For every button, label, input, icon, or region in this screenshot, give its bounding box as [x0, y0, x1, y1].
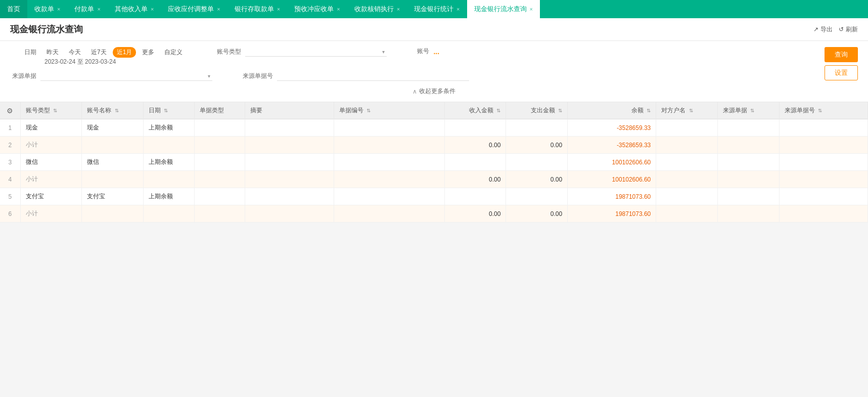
date-opt-1month[interactable]: 近1月 [113, 47, 136, 58]
date-opt-more[interactable]: 更多 [138, 47, 158, 58]
sort-income-icon[interactable]: ⇅ [496, 108, 500, 113]
col-counterparty: 对方户名 ⇅ [656, 102, 718, 119]
col-source-doc-no: 来源单据号 ⇅ [779, 102, 867, 119]
sort-source-doc-icon[interactable]: ⇅ [750, 108, 754, 113]
nav-bank-flow-close[interactable]: × [530, 6, 533, 12]
nav-advance[interactable]: 预收冲应收单 × [287, 0, 347, 18]
nav-other-income-close[interactable]: × [151, 6, 154, 12]
header-actions: ↗ 导出 ↺ 刷新 [813, 25, 858, 34]
nav-bank-deposit-label: 银行存取款单 [235, 5, 274, 14]
table-area: ⚙ 账号类型 ⇅ 账号名称 ⇅ 日期 ⇅ 单据类型 摘要 [0, 102, 868, 223]
cell-summary [245, 205, 334, 223]
refresh-button[interactable]: ↺ 刷新 [839, 25, 858, 34]
settings-gear-icon[interactable]: ⚙ [7, 107, 13, 115]
cell-doc-type [194, 205, 245, 223]
cell-summary [245, 119, 334, 137]
nav-collection[interactable]: 收款核销执行 × [347, 0, 407, 18]
source-doc-no-input[interactable] [277, 71, 469, 81]
cell-account-type: 支付宝 [20, 188, 82, 205]
nav-receipt[interactable]: 收款单 × [27, 0, 67, 18]
col-date: 日期 ⇅ [143, 102, 194, 119]
nav-receipt-close[interactable]: × [57, 6, 60, 12]
nav-bank-flow-label: 现金银行流水查询 [474, 5, 527, 14]
table-row: 4 小计 0.00 0.00 100102606.60 [0, 171, 868, 188]
filter-area: 日期 昨天 今天 近7天 近1月 更多 自定义 2023-02-24 至 202… [0, 41, 868, 102]
sort-account-type-icon[interactable]: ⇅ [53, 108, 57, 113]
nav-payment-label: 付款单 [74, 5, 94, 14]
settings-button[interactable]: 设置 [825, 65, 858, 80]
cell-doc-no [334, 205, 444, 223]
nav-payment[interactable]: 付款单 × [67, 0, 107, 18]
nav-other-income[interactable]: 其他收入单 × [108, 0, 161, 18]
sort-expense-icon[interactable]: ⇅ [558, 108, 562, 113]
refresh-label: 刷新 [846, 25, 858, 34]
cell-balance: -3528659.33 [568, 119, 656, 137]
nav-collection-close[interactable]: × [397, 6, 400, 12]
page-title: 现金银行流水查询 [10, 23, 83, 35]
date-opt-custom[interactable]: 自定义 [160, 47, 187, 58]
col-income: 收入金额 ⇅ [444, 102, 506, 119]
table-row: 3 微信 微信 上期余额 100102606.60 [0, 154, 868, 171]
col-settings[interactable]: ⚙ [0, 102, 20, 119]
sort-date-icon[interactable]: ⇅ [164, 108, 168, 113]
cell-account-name [82, 171, 144, 188]
col-balance: 余额 ⇅ [568, 102, 656, 119]
sort-doc-no-icon[interactable]: ⇅ [367, 108, 371, 113]
cell-index: 4 [0, 171, 20, 188]
account-dots-button[interactable]: ... [433, 48, 439, 56]
nav-advance-label: 预收冲应收单 [294, 5, 334, 14]
cell-date: 上期余额 [143, 119, 194, 137]
export-button[interactable]: ↗ 导出 [813, 25, 833, 34]
nav-bank-stats-close[interactable]: × [456, 6, 460, 12]
date-opt-today[interactable]: 今天 [65, 47, 85, 58]
date-options: 昨天 今天 近7天 近1月 更多 自定义 [42, 47, 187, 58]
cell-balance: 19871073.60 [568, 205, 656, 223]
cell-index: 1 [0, 119, 20, 137]
date-label: 日期 [10, 48, 40, 57]
cell-summary [245, 137, 334, 154]
cell-source-doc [717, 137, 779, 154]
cell-doc-type [194, 188, 245, 205]
cell-source-doc [717, 154, 779, 171]
nav-home[interactable]: 首页 [0, 0, 27, 18]
cell-doc-type [194, 119, 245, 137]
cell-doc-no [334, 171, 444, 188]
nav-advance-close[interactable]: × [337, 6, 340, 12]
source-doc-no-label: 来源单据号 [243, 72, 277, 80]
cell-doc-type [194, 137, 245, 154]
sort-counterparty-icon[interactable]: ⇅ [689, 108, 693, 113]
cell-summary [245, 154, 334, 171]
nav-bank-flow[interactable]: 现金银行流水查询 × [467, 0, 540, 18]
col-account-type: 账号类型 ⇅ [20, 102, 82, 119]
cell-account-type: 微信 [20, 154, 82, 171]
sort-account-name-icon[interactable]: ⇅ [115, 108, 119, 113]
nav-adjustment-close[interactable]: × [217, 6, 220, 12]
refresh-icon: ↺ [839, 26, 844, 33]
source-doc-select[interactable] [40, 71, 212, 81]
date-opt-7days[interactable]: 近7天 [87, 47, 111, 58]
sort-source-doc-no-icon[interactable]: ⇅ [818, 108, 822, 113]
nav-bank-deposit[interactable]: 银行存取款单 × [227, 0, 287, 18]
sort-balance-icon[interactable]: ⇅ [647, 108, 651, 113]
source-doc-select-wrapper: ▾ [40, 71, 212, 81]
cell-counterparty [656, 154, 718, 171]
cell-doc-no [334, 119, 444, 137]
nav-bank-deposit-close[interactable]: × [277, 6, 280, 12]
nav-payment-close[interactable]: × [97, 6, 100, 12]
nav-bank-stats[interactable]: 现金银行统计 × [407, 0, 467, 18]
nav-adjustment[interactable]: 应收应付调整单 × [161, 0, 227, 18]
table-header-row: ⚙ 账号类型 ⇅ 账号名称 ⇅ 日期 ⇅ 单据类型 摘要 [0, 102, 868, 119]
cell-counterparty [656, 137, 718, 154]
chevron-up-icon: ∧ [413, 88, 417, 95]
collapse-label: 收起更多条件 [419, 87, 455, 96]
account-type-select[interactable] [245, 47, 387, 57]
cell-income [444, 119, 506, 137]
cell-account-name [82, 205, 144, 223]
cell-counterparty [656, 188, 718, 205]
source-doc-no-filter: 来源单据号 [243, 71, 469, 81]
collapse-conditions-button[interactable]: ∧ 收起更多条件 [10, 85, 858, 96]
query-button[interactable]: 查询 [825, 47, 858, 62]
top-nav: 首页 收款单 × 付款单 × 其他收入单 × 应收应付调整单 × 银行存取款单 … [0, 0, 868, 18]
cell-account-name: 微信 [82, 154, 144, 171]
date-opt-yesterday[interactable]: 昨天 [42, 47, 63, 58]
